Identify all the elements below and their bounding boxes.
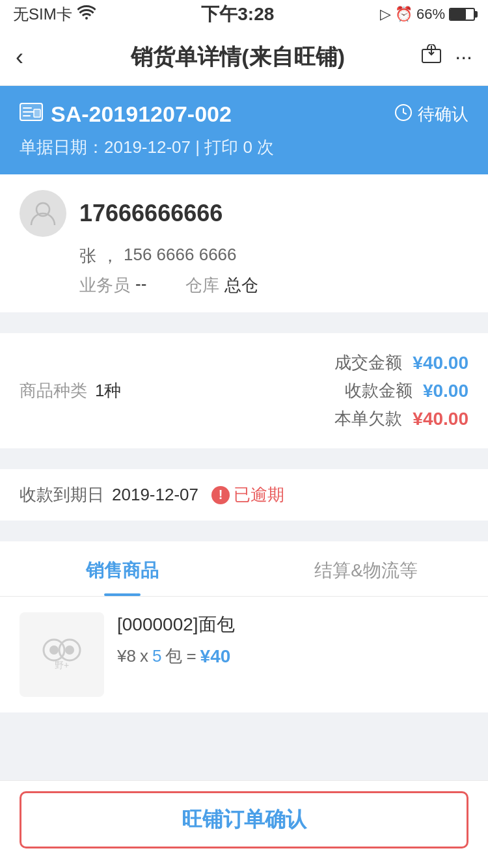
customer-name-text: 张 [79,245,96,267]
nav-actions: ··· [421,44,472,70]
tabs: 销售商品 结算&物流等 [0,541,488,597]
order-icon [20,103,43,126]
product-quantity: 5 [152,646,161,666]
status-bar: 无SIM卡 下午3:28 ▷ ⏰ 66% [0,0,488,29]
back-button[interactable]: ‹ [16,44,55,71]
svg-point-8 [65,645,74,655]
customer-card: 17666666666 张 ， 156 6666 6666 业务员 -- 仓库 … [0,174,488,312]
warehouse-value: 总仓 [224,274,258,297]
amount-value: ¥40.00 [413,353,468,373]
avatar [20,190,66,237]
share-button[interactable] [421,44,442,70]
price-per-unit: ¥8 [117,646,136,666]
status-text: 待确认 [418,103,468,126]
product-logo-icon: 野+ [36,632,88,677]
owed-value: ¥40.00 [413,409,468,429]
tabs-container: 销售商品 结算&物流等 [0,541,488,597]
divider-2 [0,459,488,469]
more-button[interactable]: ··· [455,45,472,69]
summary-top: 商品种类 1种 成交金额 ¥40.00 收款金额 ¥0.00 本单欠款 ¥40.… [20,351,468,430]
battery-icon [449,8,475,21]
product-item: 野+ [0000002]面包 ¥8 x 5 包 = ¥40 [20,612,468,697]
product-image: 野+ [20,612,104,697]
overdue-text: 已逾期 [234,483,284,506]
overdue-badge: ! 已逾期 [211,483,284,506]
carrier-text: 无SIM卡 [13,4,72,25]
product-name: [0000002]面包 [117,612,468,637]
amount-row: 成交金额 ¥40.00 [334,351,468,374]
due-card: 收款到期日 2019-12-07 ! 已逾期 [0,469,488,521]
warning-icon: ! [211,486,230,504]
nav-bar: ‹ 销货单详情(来自旺铺) ··· [0,29,488,86]
customer-phone: 17666666666 [79,200,223,227]
due-label: 收款到期日 [20,483,104,506]
product-type-label: 商品种类 [20,379,87,402]
bottom-bar: 旺铺订单确认 [0,780,488,868]
location-icon: ▷ [380,6,391,23]
tab-products[interactable]: 销售商品 [0,541,244,596]
svg-rect-2 [34,109,40,117]
received-value: ¥0.00 [423,381,468,401]
product-price: ¥8 x 5 包 = ¥40 [117,645,468,668]
customer-meta: 业务员 -- 仓库 总仓 [20,274,468,297]
received-label: 收款金额 [345,379,413,402]
owed-row: 本单欠款 ¥40.00 [334,407,468,430]
product-unit: 包 [165,645,182,668]
divider-1 [0,323,488,333]
divider-3 [0,531,488,541]
amount-label: 成交金额 [334,351,402,374]
header-card: SA-20191207-002 待确认 单据日期：2019-12-07 | 打印… [0,86,488,174]
svg-point-7 [49,645,59,655]
owed-label: 本单欠款 [334,407,402,430]
customer-alt-phone: 156 6666 6666 [124,245,237,267]
summary-left: 商品种类 1种 [20,379,121,402]
separator: ， [102,245,118,267]
warehouse-label: 仓库 [185,274,219,297]
page-title: 销货单详情(来自旺铺) [55,42,421,72]
header-date: 单据日期：2019-12-07 | 打印 0 次 [20,136,468,159]
due-date: 2019-12-07 [112,485,198,505]
salesperson-label: 业务员 [79,274,130,297]
product-total: ¥40 [200,646,231,667]
status-right: ▷ ⏰ 66% [380,6,475,23]
salesperson-value: -- [135,274,146,297]
svg-text:野+: 野+ [55,660,69,670]
received-row: 收款金额 ¥0.00 [345,379,468,402]
equals-sign: = [186,646,196,666]
customer-top: 17666666666 [20,190,468,237]
wifi-icon [77,5,96,23]
product-type-value: 1种 [95,379,121,402]
customer-info: 张 ， 156 6666 6666 [20,245,468,267]
order-number: SA-20191207-002 [20,102,232,127]
multiply-sign: x [140,646,148,666]
summary-right: 成交金额 ¥40.00 收款金额 ¥0.00 本单欠款 ¥40.00 [334,351,468,430]
clock-icon [394,103,413,126]
status-time: 下午3:28 [201,2,274,27]
header-top: SA-20191207-002 待确认 [20,102,468,127]
battery-percent: 66% [416,6,445,23]
summary-card: 商品种类 1种 成交金额 ¥40.00 收款金额 ¥0.00 本单欠款 ¥40.… [0,333,488,448]
tab-settlement[interactable]: 结算&物流等 [244,541,488,596]
warehouse-item: 仓库 总仓 [185,274,258,297]
order-status: 待确认 [394,103,468,126]
status-left: 无SIM卡 [13,4,96,25]
product-section: 野+ [0000002]面包 ¥8 x 5 包 = ¥40 [0,597,488,712]
product-info: [0000002]面包 ¥8 x 5 包 = ¥40 [117,612,468,668]
salesperson-item: 业务员 -- [79,274,146,297]
alarm-icon: ⏰ [395,6,413,23]
confirm-order-button[interactable]: 旺铺订单确认 [20,791,468,848]
order-number-text: SA-20191207-002 [51,102,232,127]
